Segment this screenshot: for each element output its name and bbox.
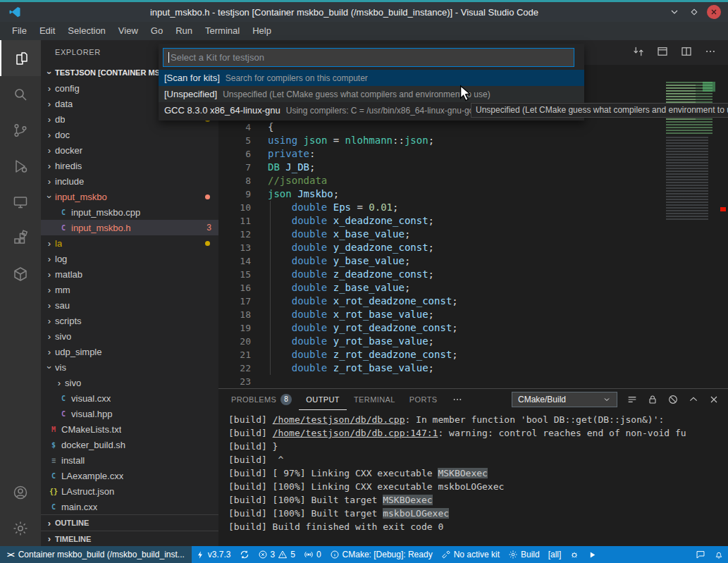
menu-go[interactable]: Go <box>144 22 169 40</box>
file-row[interactable]: Cinput_mskbo.h3 <box>41 220 218 235</box>
activity-bottom <box>0 474 41 546</box>
activity-item-remote-explorer[interactable] <box>0 184 41 220</box>
overview-ruler[interactable] <box>718 80 728 388</box>
quickpick-input[interactable]: Select a Kit for testjson <box>163 48 574 67</box>
panel-tab-terminal[interactable]: TERMINAL <box>347 389 402 410</box>
output-line: [build] ^ <box>228 453 728 466</box>
token: { <box>268 121 273 132</box>
folder-row[interactable]: ›log <box>41 251 218 266</box>
folder-row[interactable]: ›include <box>41 173 218 189</box>
sync-status[interactable] <box>235 546 254 563</box>
folder-row[interactable]: ›docker <box>41 142 218 158</box>
menu-selection[interactable]: Selection <box>61 22 111 40</box>
menu-terminal[interactable]: Terminal <box>199 22 246 40</box>
token: double <box>292 322 328 333</box>
token: x_base_value <box>333 228 405 240</box>
extension-version-status[interactable]: v3.7.3 <box>192 546 235 563</box>
lock-scroll-icon[interactable] <box>647 394 658 405</box>
token: private <box>268 148 309 159</box>
panel-tab-ports[interactable]: PORTS <box>402 389 445 410</box>
debug-button[interactable] <box>565 546 584 563</box>
code-line: 12 double x_base_value; <box>218 228 663 241</box>
file-row[interactable]: $docker_build.sh <box>41 437 218 452</box>
menu-edit[interactable]: Edit <box>33 22 61 40</box>
token: double <box>292 242 328 253</box>
kit-status[interactable]: No active kit <box>437 546 504 563</box>
file-row[interactable]: MCMakeLists.txt <box>41 421 218 437</box>
quickpick-item[interactable]: [Scan for kits]Search for compilers on t… <box>159 70 584 86</box>
file-row[interactable]: Cvisual.hpp <box>41 406 218 421</box>
close-button[interactable] <box>707 5 721 19</box>
file-row[interactable]: Cinput_mskbo.cpp <box>41 204 218 220</box>
clear-output-icon[interactable] <box>667 394 679 405</box>
activity-item-settings[interactable] <box>0 510 41 546</box>
activity-item-search[interactable] <box>0 76 41 112</box>
build-button[interactable]: Build <box>504 546 544 563</box>
open-preview-icon[interactable] <box>656 45 669 61</box>
menu-run[interactable]: Run <box>169 22 199 40</box>
token: ; <box>428 335 434 347</box>
minimize-button[interactable] <box>667 5 681 19</box>
problems-status[interactable]: 3 5 <box>254 546 300 563</box>
code-editor[interactable]: 1234{5using json = nlohmann::json;6priva… <box>218 80 663 388</box>
token: double <box>292 215 328 226</box>
folder-row[interactable]: ›doc <box>41 127 218 142</box>
quickpick-item[interactable]: [Unspecified]Unspecified (Let CMake gues… <box>159 86 584 102</box>
token: double <box>292 335 328 347</box>
section-timeline[interactable]: ›TIMELINE <box>41 531 218 546</box>
line-number: 21 <box>218 348 251 361</box>
remote-indicator[interactable]: >< Container mskbo_build (/mskbo_build_i… <box>0 546 192 563</box>
panel-tab-output[interactable]: OUTPUT <box>299 389 347 410</box>
folder-row[interactable]: ›scripts <box>41 313 218 328</box>
activity-item-containers[interactable] <box>0 256 41 292</box>
open-changes-icon[interactable] <box>632 45 645 61</box>
panel-tab-problems[interactable]: PROBLEMS8 <box>224 389 299 410</box>
launch-button[interactable] <box>584 546 601 563</box>
file-row[interactable]: Cmain.cxx <box>41 499 218 514</box>
folder-row[interactable]: ›sau <box>41 297 218 313</box>
file-row[interactable]: ≡install <box>41 452 218 468</box>
split-editor-icon[interactable] <box>680 45 693 61</box>
feedback-button[interactable] <box>691 546 710 563</box>
file-row[interactable]: CLAexample.cxx <box>41 468 218 483</box>
folder-row[interactable]: ›udp_simple <box>41 344 218 359</box>
maximize-panel-icon[interactable] <box>688 394 699 405</box>
folder-row[interactable]: ›input_mskbo <box>41 189 218 204</box>
folder-row[interactable]: ›mm <box>41 282 218 297</box>
file-link[interactable]: /home/testjson/db/db.cpp:147:1 <box>273 428 438 438</box>
activity-item-source-control[interactable] <box>0 112 41 148</box>
feedback-icon <box>696 550 705 559</box>
word-wrap-icon[interactable] <box>627 394 638 405</box>
activity-item-extensions[interactable] <box>0 220 41 256</box>
minimap[interactable] <box>663 80 718 388</box>
activity-item-accounts[interactable] <box>0 474 41 510</box>
file-row[interactable]: {}LAstruct.json <box>41 483 218 499</box>
menu-file[interactable]: File <box>6 22 33 40</box>
activity-item-explorer[interactable] <box>0 40 41 76</box>
menu-help[interactable]: Help <box>246 22 278 40</box>
file-link[interactable]: /home/testjson/db/db.cpp <box>273 414 405 425</box>
remote-explorer-icon <box>12 194 29 211</box>
notifications-button[interactable] <box>710 546 728 563</box>
build-target[interactable]: [all] <box>544 546 566 563</box>
panel-more-actions-icon[interactable] <box>452 394 463 405</box>
folder-row[interactable]: ›matlab <box>41 266 218 282</box>
ports-status[interactable]: 0 <box>300 546 326 563</box>
close-panel-icon[interactable] <box>708 394 720 405</box>
activity-item-run-debug[interactable] <box>0 148 41 184</box>
folder-row[interactable]: ›la <box>41 235 218 251</box>
restore-button[interactable] <box>687 5 701 19</box>
menu-view[interactable]: View <box>112 22 144 40</box>
folder-row[interactable]: ›sivo <box>41 375 218 390</box>
more-actions-icon[interactable] <box>704 45 717 61</box>
folder-row[interactable]: ›sivo <box>41 328 218 344</box>
output-channel-select[interactable]: CMake/Build <box>512 392 617 407</box>
folder-row[interactable]: ›hiredis <box>41 158 218 173</box>
output-log[interactable]: [build] /home/testjson/db/db.cpp: In mem… <box>218 410 728 546</box>
file-row[interactable]: Cvisual.cxx <box>41 390 218 406</box>
section-outline[interactable]: ›OUTLINE <box>41 515 218 531</box>
error-marker <box>720 207 726 211</box>
cmake-status[interactable]: CMake: [Debug]: Ready <box>326 546 437 563</box>
chevron-right-icon: › <box>44 285 55 295</box>
folder-row[interactable]: ›vis <box>41 359 218 375</box>
